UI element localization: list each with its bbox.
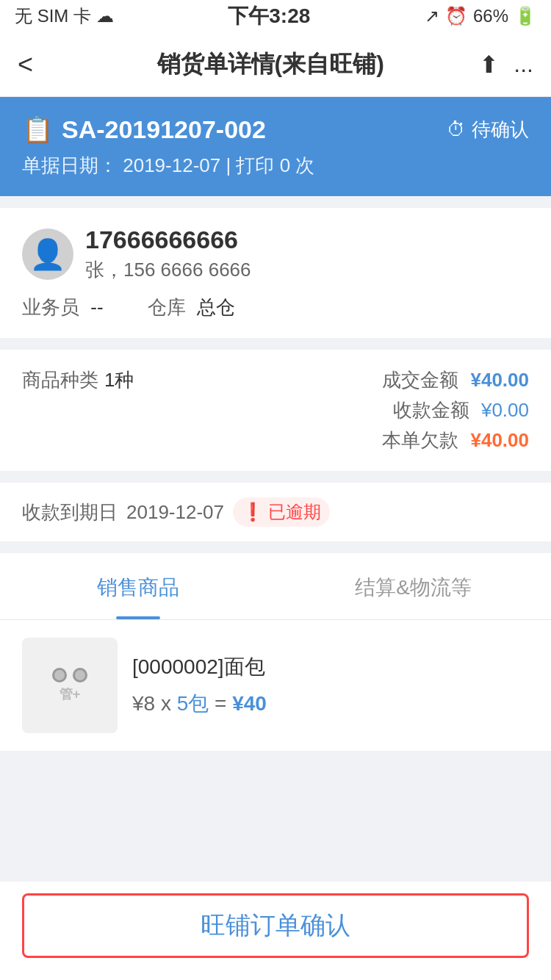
share-icon[interactable]: ⬆ xyxy=(479,51,499,79)
product-name: [0000002]面包 xyxy=(132,653,529,681)
location-icon: ↗ xyxy=(425,6,439,26)
received-label: 收款金额 xyxy=(393,397,469,423)
status-right: ↗ ⏰ 66% 🔋 xyxy=(425,6,536,26)
overdue-text: 已逾期 xyxy=(268,500,321,524)
product-item: 管+ [0000002]面包 ¥8 x 5包 = ¥40 xyxy=(0,620,551,751)
owl-brand-text: 管+ xyxy=(60,685,81,703)
clock-icon: ⏱ xyxy=(447,118,466,141)
tab-sales-products[interactable]: 销售商品 xyxy=(0,553,276,619)
equals-sign: = xyxy=(215,692,232,715)
page-title: 销货单详情(来自旺铺) xyxy=(157,48,384,81)
tabs-section: 销售商品 结算&物流等 管+ [0000002]面包 ¥8 x 5包 = ¥40 xyxy=(0,553,551,751)
overdue-icon: ❗ xyxy=(242,502,264,522)
tab-settlement[interactable]: 结算&物流等 xyxy=(276,553,551,619)
due-date-label: 收款到期日 xyxy=(22,500,118,525)
bottom-bar: 旺铺订单确认 xyxy=(0,882,551,980)
amounts: 成交金额 ¥40.00 收款金额 ¥0.00 本单欠款 ¥40.00 xyxy=(382,367,529,453)
product-type: 商品种类 1种 xyxy=(22,367,134,393)
customer-phone: 17666666666 xyxy=(85,226,251,254)
product-quantity: 5包 xyxy=(177,692,209,715)
owl-right-eye xyxy=(73,668,87,682)
transaction-label: 成交金额 xyxy=(382,367,458,393)
due-date-section: 收款到期日 2019-12-07 ❗ 已逾期 xyxy=(0,483,551,541)
no-sim-text: 无 SIM 卡 ☁ xyxy=(15,4,114,28)
status-bar: 无 SIM 卡 ☁ 下午3:28 ↗ ⏰ 66% 🔋 xyxy=(0,0,551,32)
product-price: ¥8 xyxy=(132,692,155,715)
owed-label: 本单欠款 xyxy=(382,428,458,453)
owl-left-eye xyxy=(52,668,67,682)
battery-icon: 🔋 xyxy=(514,6,536,26)
product-total: ¥40 xyxy=(232,692,267,715)
multiply-sign: x xyxy=(161,692,177,715)
back-button[interactable]: < xyxy=(18,49,62,80)
nav-actions: ⬆ ... xyxy=(479,51,533,79)
product-type-label: 商品种类 xyxy=(22,367,98,393)
order-icon: 📋 xyxy=(22,115,53,144)
alarm-icon: ⏰ xyxy=(445,6,467,26)
product-type-value: 1种 xyxy=(104,367,134,393)
more-icon[interactable]: ... xyxy=(514,51,533,78)
salesperson-field: 业务员 -- xyxy=(22,295,104,320)
order-header: 📋 SA-20191207-002 ⏱ 待确认 单据日期： 2019-12-07… xyxy=(0,97,551,196)
status-time: 下午3:28 xyxy=(228,2,310,30)
owed-amount: ¥40.00 xyxy=(470,429,529,452)
status-text: 待确认 xyxy=(472,117,529,143)
user-icon: 👤 xyxy=(29,237,66,272)
confirm-order-button[interactable]: 旺铺订单确认 xyxy=(22,893,529,958)
battery-text: 66% xyxy=(473,6,508,26)
summary-section: 商品种类 1种 成交金额 ¥40.00 收款金额 ¥0.00 本单欠款 ¥40.… xyxy=(0,350,551,471)
overdue-badge: ❗ 已逾期 xyxy=(233,497,330,527)
product-info: [0000002]面包 ¥8 x 5包 = ¥40 xyxy=(132,653,529,718)
customer-section: 👤 17666666666 张，156 6666 6666 业务员 -- 仓库 … xyxy=(0,208,551,338)
customer-name: 张，156 6666 6666 xyxy=(85,257,251,283)
transaction-amount: ¥40.00 xyxy=(470,369,529,392)
tabs-header: 销售商品 结算&物流等 xyxy=(0,553,551,620)
order-date: 单据日期： 2019-12-07 | 打印 0 次 xyxy=(22,153,529,179)
product-thumbnail: 管+ xyxy=(22,638,118,733)
nav-bar: < 销货单详情(来自旺铺) ⬆ ... xyxy=(0,32,551,97)
received-amount: ¥0.00 xyxy=(481,399,529,422)
status-left: 无 SIM 卡 ☁ xyxy=(15,4,114,28)
warehouse-field: 仓库 总仓 xyxy=(148,295,235,320)
avatar: 👤 xyxy=(22,228,73,280)
order-status: ⏱ 待确认 xyxy=(447,117,529,143)
order-id: 📋 SA-20191207-002 xyxy=(22,115,266,144)
due-date-value: 2019-12-07 xyxy=(126,501,224,524)
product-calculation: ¥8 x 5包 = ¥40 xyxy=(132,690,529,718)
